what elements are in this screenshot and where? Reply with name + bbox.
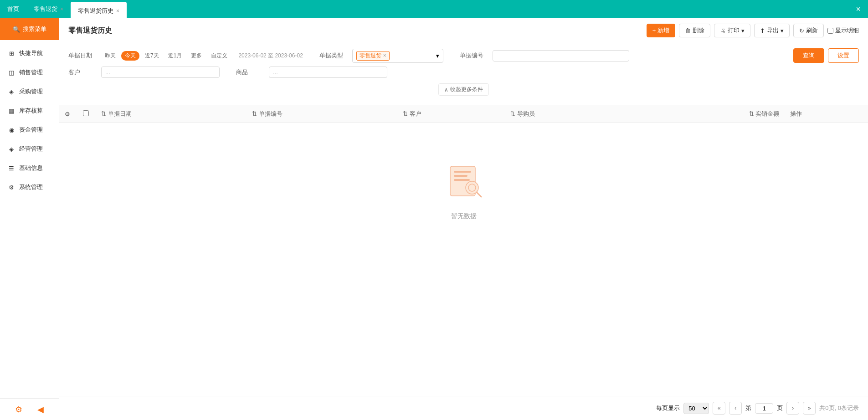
refresh-icon: ↻ — [799, 27, 804, 34]
delete-button[interactable]: 🗑 删除 — [679, 24, 710, 37]
print-button[interactable]: 🖨 打印 ▾ — [714, 24, 750, 37]
date-opt-custom[interactable]: 自定义 — [207, 51, 231, 61]
sidebar-settings-icon[interactable]: ⚙ — [15, 405, 22, 415]
main-layout: 🔍 搜索菜单 ⊞快捷导航◫销售管理◈采购管理▦库存核算◉资金管理◈经营管理☰基础… — [0, 18, 868, 420]
date-opt-more[interactable]: 更多 — [187, 51, 205, 61]
th-settings[interactable]: ⚙ — [59, 105, 77, 123]
page-title-row: 零售退货历史 + 新增 🗑 删除 🖨 打印 ▾ ⬆ 导出 — [68, 24, 859, 37]
collapse-up-icon: ∧ — [444, 87, 448, 93]
select-all-checkbox[interactable] — [83, 110, 89, 116]
table-header: ⚙ ⇅ 单据日期 ⇅ 单据编号 ⇅ 客户 ⇅ 导购员 ⇅ 实销金额 操作 — [59, 105, 868, 123]
date-opt-yesterday[interactable]: 昨天 — [101, 51, 119, 61]
refresh-button[interactable]: ↻ 刷新 — [793, 24, 824, 37]
sidebar-item-purchase-mgmt[interactable]: ◈采购管理 — [0, 82, 59, 101]
table-area: ⚙ ⇅ 单据日期 ⇅ 单据编号 ⇅ 客户 ⇅ 导购员 ⇅ 实销金额 操作 — [59, 105, 868, 396]
bill-type-filter-label: 单据类型 — [319, 51, 345, 60]
sidebar-item-sales-mgmt[interactable]: ◫销售管理 — [0, 63, 59, 82]
nav-icon-biz-mgmt: ◈ — [7, 145, 15, 153]
nav-label-quick-nav: 快捷导航 — [19, 49, 43, 57]
print-chevron-icon: ▾ — [741, 27, 745, 34]
sidebar-nav: ⊞快捷导航◫销售管理◈采购管理▦库存核算◉资金管理◈经营管理☰基础信息⚙系统管理 — [0, 40, 59, 398]
empty-state: 暂无数据 — [59, 123, 868, 257]
bill-no-input[interactable] — [493, 50, 629, 61]
filter-row-customer: 客户 ... 商品 ... — [68, 67, 859, 78]
bill-type-select[interactable]: 零售退货 × ▾ — [352, 49, 443, 63]
first-page-button[interactable]: « — [713, 402, 725, 415]
sidebar-item-sys-mgmt[interactable]: ⚙系统管理 — [0, 178, 59, 197]
print-icon: 🖨 — [720, 27, 726, 34]
content-area: 零售退货历史 + 新增 🗑 删除 🖨 打印 ▾ ⬆ 导出 — [59, 18, 868, 420]
goods-dots: ... — [273, 69, 278, 76]
tab-close-retail-return[interactable]: × — [60, 6, 63, 12]
goods-filter-label: 商品 — [236, 68, 262, 77]
export-button[interactable]: ⬆ 导出 ▾ — [754, 24, 790, 37]
settings-button[interactable]: 设置 — [828, 48, 859, 63]
tab-close-retail-return-history[interactable]: × — [116, 8, 119, 14]
sidebar-item-fund-mgmt[interactable]: ◉资金管理 — [0, 120, 59, 139]
sidebar-item-quick-nav[interactable]: ⊞快捷导航 — [0, 44, 59, 63]
sidebar-item-inventory-check[interactable]: ▦库存核算 — [0, 101, 59, 120]
next-page-button[interactable]: › — [786, 402, 799, 415]
page-title: 零售退货历史 — [68, 26, 112, 36]
th-actual-amount[interactable]: ⇅ 实销金额 — [634, 105, 785, 123]
sidebar-item-biz-mgmt[interactable]: ◈经营管理 — [0, 139, 59, 159]
bill-no-filter-label: 单据编号 — [460, 51, 485, 60]
svg-rect-2 — [454, 175, 467, 177]
tab-home[interactable]: 首页 — [0, 0, 26, 18]
nav-label-sales-mgmt: 销售管理 — [19, 68, 43, 77]
display-detail-label: 显示明细 — [827, 26, 859, 35]
customer-filter-label: 客户 — [68, 68, 94, 77]
nav-label-purchase-mgmt: 采购管理 — [19, 87, 43, 96]
tab-retail-return-history[interactable]: 零售退货历史× — [71, 2, 127, 20]
collapse-button[interactable]: ∧ 收起更多条件 — [438, 83, 489, 96]
delete-icon: 🗑 — [685, 27, 691, 34]
th-guide[interactable]: ⇅ 导购员 — [505, 105, 634, 123]
page-unit: 页 — [777, 404, 783, 412]
export-icon: ⬆ — [760, 27, 765, 34]
svg-rect-3 — [454, 179, 470, 181]
sidebar-bottom: ⚙ ◀ — [0, 398, 59, 420]
sidebar: 🔍 搜索菜单 ⊞快捷导航◫销售管理◈采购管理▦库存核算◉资金管理◈经营管理☰基础… — [0, 18, 59, 420]
collapse-row: ∧ 收起更多条件 — [68, 82, 859, 99]
page-number-input[interactable] — [755, 403, 773, 414]
page-label: 第 — [745, 404, 751, 412]
nav-icon-inventory-check: ▦ — [7, 107, 15, 115]
query-button[interactable]: 查询 — [793, 48, 824, 63]
svg-line-5 — [477, 192, 481, 197]
per-page-select[interactable]: 50 10 20 100 — [683, 403, 709, 414]
page-header: 零售退货历史 + 新增 🗑 删除 🖨 打印 ▾ ⬆ 导出 — [59, 18, 868, 105]
toolbar: + 新增 🗑 删除 🖨 打印 ▾ ⬆ 导出 ▾ — [647, 24, 859, 37]
bill-type-chevron-icon: ▾ — [436, 52, 439, 59]
goods-select[interactable]: ... — [269, 67, 387, 78]
filter-area: 单据日期 昨天 今天 近7天 近1月 更多 自定义 2023-06-02 至 2… — [68, 43, 859, 105]
th-bill-no[interactable]: ⇅ 单据编号 — [247, 105, 397, 123]
sidebar-item-basic-info[interactable]: ☰基础信息 — [0, 159, 59, 178]
last-page-button[interactable]: » — [803, 402, 816, 415]
pagination-bar: 每页显示 50 10 20 100 « ‹ 第 页 › » 共0页, 0条记录 — [59, 396, 868, 420]
bill-type-tag: 零售退货 × — [356, 51, 390, 61]
date-opt-7days[interactable]: 近7天 — [141, 51, 163, 61]
date-filter-label: 单据日期 — [68, 51, 94, 60]
display-detail-checkbox[interactable] — [827, 28, 833, 34]
date-opt-today[interactable]: 今天 — [121, 51, 139, 61]
sidebar-search-button[interactable]: 🔍 搜索菜单 — [0, 18, 59, 40]
bill-type-tag-close[interactable]: × — [383, 52, 386, 59]
tab-retail-return[interactable]: 零售退货× — [26, 0, 71, 18]
new-button[interactable]: + 新增 — [647, 24, 675, 37]
date-options: 昨天 今天 近7天 近1月 更多 自定义 — [101, 51, 231, 61]
window-close-button[interactable]: × — [848, 5, 868, 14]
prev-page-button[interactable]: ‹ — [729, 402, 742, 415]
nav-icon-fund-mgmt: ◉ — [7, 126, 15, 134]
th-customer[interactable]: ⇅ 客户 — [397, 105, 505, 123]
th-bill-date[interactable]: ⇅ 单据日期 — [96, 105, 247, 123]
customer-select[interactable]: ... — [101, 67, 220, 78]
sidebar-collapse-icon[interactable]: ◀ — [37, 405, 44, 415]
th-checkbox[interactable] — [77, 105, 96, 123]
empty-text: 暂无数据 — [451, 212, 477, 220]
nav-icon-purchase-mgmt: ◈ — [7, 87, 15, 96]
date-opt-1month[interactable]: 近1月 — [164, 51, 186, 61]
nav-label-biz-mgmt: 经营管理 — [19, 145, 43, 153]
per-page-label: 每页显示 — [656, 404, 680, 412]
date-range-display: 2023-06-02 至 2023-06-02 — [238, 52, 303, 60]
svg-rect-1 — [454, 171, 471, 173]
